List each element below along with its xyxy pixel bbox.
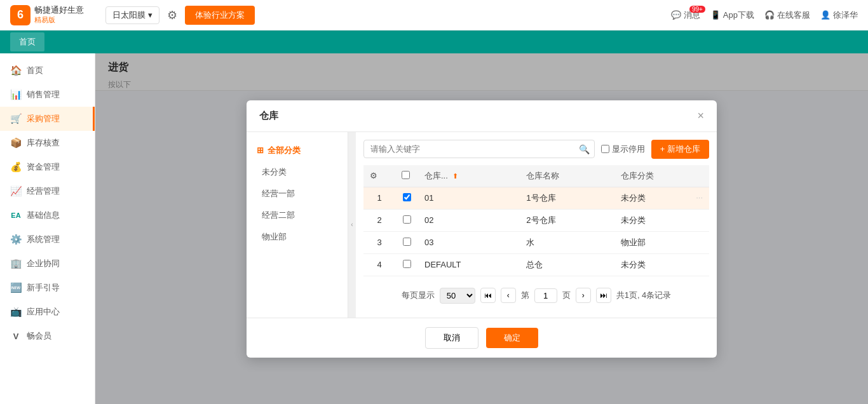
sidebar-label-app-center: 应用中心: [27, 306, 60, 318]
sidebar-item-finance[interactable]: 💰 资金管理: [0, 155, 95, 179]
sidebar-item-purchase[interactable]: 🛒 采购管理: [0, 107, 95, 131]
sidebar-label-sales: 销售管理: [27, 89, 60, 100]
system-icon: ⚙️: [10, 234, 22, 245]
row-check[interactable]: [395, 231, 418, 253]
per-page-label: 每页显示: [402, 290, 435, 301]
category-item-property[interactable]: 物业部: [247, 226, 348, 248]
category-panel-wrapper: ⊞ 全部分类 未分类 经营一部 经营二部: [247, 132, 356, 318]
row-num: 2: [363, 209, 395, 231]
row-category: 未分类···: [614, 187, 709, 209]
all-category-label: 全部分类: [268, 145, 301, 156]
category-item-dept2[interactable]: 经营二部: [247, 205, 348, 226]
vip-icon: V: [10, 330, 22, 342]
sidebar-item-vip[interactable]: V 畅会员: [0, 324, 95, 348]
cancel-button[interactable]: 取消: [425, 327, 478, 349]
sidebar-item-basic[interactable]: EA 基础信息: [0, 203, 95, 227]
row-num: 4: [363, 253, 395, 276]
table-row[interactable]: 1 01 1号仓库 未分类···: [363, 187, 709, 209]
sidebar-item-home[interactable]: 🏠 首页: [0, 58, 95, 83]
all-category-btn[interactable]: ⊞ 全部分类: [247, 140, 348, 161]
page-next-btn[interactable]: ›: [576, 288, 591, 303]
message-icon: 💬: [671, 10, 681, 20]
sidebar-item-app-center[interactable]: 📺 应用中心: [0, 300, 95, 324]
online-service-label: 在线客服: [777, 10, 810, 21]
online-service-btn[interactable]: 🎧 在线客服: [764, 10, 810, 21]
show-disabled-label[interactable]: 显示停用: [601, 144, 645, 155]
sales-icon: 📊: [10, 89, 22, 100]
row-actions[interactable]: ···: [696, 192, 703, 202]
gear-icon[interactable]: ⚙: [167, 8, 177, 22]
row-num: 1: [363, 187, 395, 209]
collapse-panel-btn[interactable]: ‹: [348, 132, 356, 318]
sidebar-label-enterprise: 企业协同: [27, 258, 60, 269]
row-name: 水: [520, 231, 614, 253]
row-code: 01: [418, 187, 520, 209]
inventory-icon: 📦: [10, 137, 22, 149]
sidebar-label-guide: 新手引导: [27, 282, 60, 293]
total-label: 共1页, 4条记录: [616, 290, 672, 301]
home-icon: 🏠: [10, 65, 22, 76]
search-input[interactable]: [363, 140, 595, 158]
sidebar-item-inventory[interactable]: 📦 库存核查: [0, 131, 95, 155]
sidebar-item-enterprise[interactable]: 🏢 企业协同: [0, 252, 95, 276]
row-category: 未分类: [614, 253, 709, 276]
row-code: 02: [418, 209, 520, 231]
table-body: 1 01 1号仓库 未分类··· 2 02 2号仓库 未分类 3 03 水 物业…: [363, 187, 709, 276]
nav-tabs: 首页: [0, 30, 868, 53]
content-area: 进货 按以下 仓库 × ⊞ 全部: [95, 53, 868, 404]
username-label: 徐泽华: [833, 10, 858, 21]
sidebar-label-operation: 经营管理: [27, 185, 60, 197]
sidebar-label-system: 系统管理: [27, 234, 60, 245]
sidebar-label-vip: 畅会员: [27, 330, 51, 342]
tab-home[interactable]: 首页: [10, 32, 44, 51]
top-header: 6 畅捷通好生意 精易版 日太阳膜 ▾ ⚙ 体验行业方案 💬 消息 99+ 📱 …: [0, 0, 868, 30]
trial-button[interactable]: 体验行业方案: [185, 6, 255, 25]
per-page-select[interactable]: 50 100: [440, 288, 475, 304]
confirm-button[interactable]: 确定: [486, 328, 538, 348]
table-row[interactable]: 3 03 水 物业部: [363, 231, 709, 253]
select-all-checkbox[interactable]: [402, 171, 410, 179]
store-name: 日太阳膜: [112, 10, 146, 21]
sidebar-label-inventory: 库存核查: [27, 137, 60, 149]
notification-btn[interactable]: 💬 消息 99+: [671, 10, 700, 21]
modal-footer: 取消 确定: [247, 318, 717, 358]
sidebar-item-operation[interactable]: 📈 经营管理: [0, 179, 95, 203]
finance-icon: 💰: [10, 161, 22, 173]
mobile-icon: 📱: [710, 10, 721, 20]
row-check[interactable]: [395, 209, 418, 231]
sidebar-item-guide[interactable]: 🆕 新手引导: [0, 276, 95, 300]
close-icon[interactable]: ×: [697, 109, 704, 123]
th-name: 仓库名称: [520, 165, 614, 187]
row-check[interactable]: [395, 187, 418, 209]
category-item-unclassified[interactable]: 未分类: [247, 161, 348, 183]
logo-icon: 6: [10, 5, 31, 25]
sidebar-label-home: 首页: [27, 65, 43, 76]
store-selector[interactable]: 日太阳膜 ▾: [105, 6, 159, 24]
app-download-btn[interactable]: 📱 App下载: [710, 10, 754, 21]
page-first-btn[interactable]: ⏮: [480, 288, 496, 303]
guide-icon: 🆕: [10, 282, 22, 293]
modal-header: 仓库 ×: [247, 100, 717, 132]
table-wrapper: ⚙ 仓库... ⬆ 仓库名称: [363, 165, 709, 276]
operation-icon: 📈: [10, 185, 22, 197]
page-last-btn[interactable]: ⏭: [596, 288, 611, 303]
table-row[interactable]: 4 DEFAULT 总仓 未分类: [363, 253, 709, 276]
show-disabled-checkbox[interactable]: [601, 145, 609, 153]
category-item-dept1[interactable]: 经营一部: [247, 183, 348, 205]
basic-icon: EA: [10, 210, 22, 221]
purchase-icon: 🛒: [10, 113, 22, 125]
page-input[interactable]: [534, 288, 557, 303]
sidebar: 🏠 首页 📊 销售管理 🛒 采购管理 📦 库存核查 💰 资金管理 📈 经营管理 …: [0, 53, 95, 404]
page-label: 第: [521, 290, 529, 301]
user-profile-btn[interactable]: 👤 徐泽华: [820, 10, 858, 21]
search-icon[interactable]: 🔍: [579, 144, 590, 154]
sidebar-item-sales[interactable]: 📊 销售管理: [0, 83, 95, 107]
page-prev-btn[interactable]: ‹: [501, 288, 516, 303]
table-toolbar: 🔍 显示停用 + 新增仓库: [363, 140, 709, 159]
row-check[interactable]: [395, 253, 418, 276]
warehouse-table: ⚙ 仓库... ⬆ 仓库名称: [363, 165, 709, 276]
add-warehouse-button[interactable]: + 新增仓库: [651, 140, 709, 159]
sidebar-item-system[interactable]: ⚙️ 系统管理: [0, 227, 95, 252]
logo-area: 6 畅捷通好生意 精易版: [10, 5, 105, 25]
table-row[interactable]: 2 02 2号仓库 未分类: [363, 209, 709, 231]
